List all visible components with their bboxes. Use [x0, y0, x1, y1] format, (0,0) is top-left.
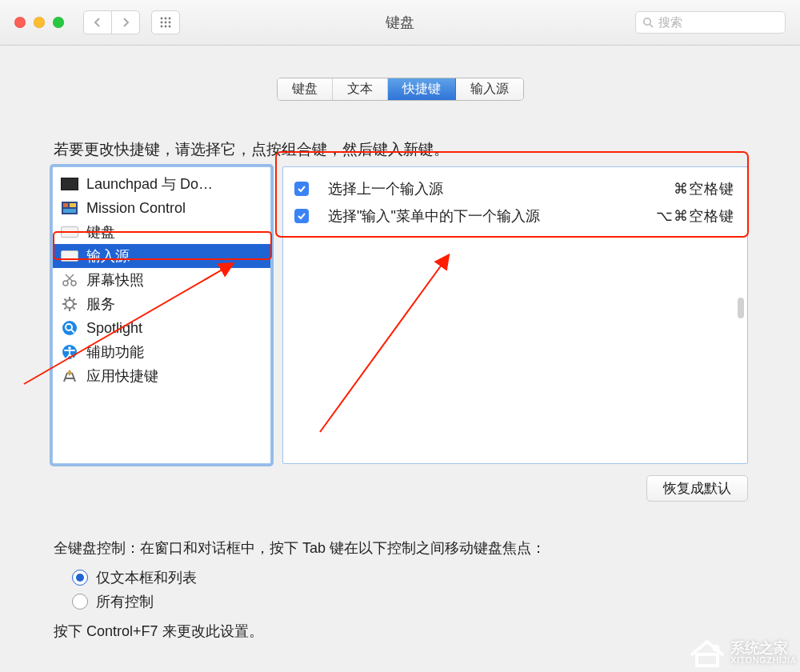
- watermark: 系统之家 XITONGZHIJIA: [689, 637, 797, 669]
- category-label: 键盘: [86, 222, 115, 242]
- watermark-line1: 系统之家: [730, 641, 797, 655]
- svg-point-8: [169, 26, 171, 28]
- category-services[interactable]: 服务: [53, 292, 270, 316]
- svg-rect-40: [697, 654, 718, 666]
- svg-point-3: [161, 22, 163, 24]
- category-list: Launchpad 与 Do… Mission Control 键盘 输入源: [53, 167, 270, 388]
- category-label: Spotlight: [86, 320, 142, 337]
- svg-point-0: [161, 18, 163, 20]
- svg-rect-14: [63, 209, 76, 213]
- radio-label: 所有控制: [96, 592, 154, 611]
- category-keyboard[interactable]: 键盘: [53, 220, 270, 244]
- back-button[interactable]: [83, 10, 112, 34]
- svg-line-34: [72, 373, 75, 382]
- gear-icon: [61, 297, 78, 311]
- category-screenshots[interactable]: 屏幕快照: [53, 268, 270, 292]
- tab-keyboard[interactable]: 键盘: [278, 78, 333, 100]
- tab-bar: 键盘 文本 快捷键 输入源: [0, 78, 800, 101]
- category-input-sources[interactable]: 输入源: [53, 244, 270, 268]
- category-label: 屏幕快照: [86, 270, 144, 290]
- svg-rect-12: [63, 203, 68, 207]
- shortcut-keys: ⌘空格键: [674, 179, 734, 198]
- svg-point-2: [169, 18, 171, 20]
- zoom-icon[interactable]: [53, 17, 64, 28]
- category-accessibility[interactable]: 辅助功能: [53, 340, 270, 364]
- shortcut-list: 选择上一个输入源 ⌘空格键 选择"输入"菜单中的下一个输入源 ⌥⌘空格键: [283, 167, 747, 230]
- category-label: 辅助功能: [86, 342, 144, 362]
- svg-point-7: [165, 26, 167, 28]
- shortcut-row[interactable]: 选择上一个输入源 ⌘空格键: [294, 175, 734, 202]
- category-spotlight[interactable]: Spotlight: [53, 316, 270, 340]
- app-icon: [61, 369, 78, 383]
- accessibility-icon: [61, 345, 78, 359]
- category-label: Launchpad 与 Do…: [86, 174, 213, 194]
- category-app-shortcuts[interactable]: 应用快捷键: [53, 364, 270, 388]
- svg-point-5: [169, 22, 171, 24]
- category-label: 应用快捷键: [86, 366, 158, 386]
- svg-line-25: [73, 307, 74, 309]
- show-all-button[interactable]: [151, 10, 180, 34]
- checkbox-checked-icon[interactable]: [294, 209, 309, 223]
- minimize-icon[interactable]: [34, 17, 45, 28]
- forward-button[interactable]: [111, 10, 140, 34]
- category-label: 服务: [86, 294, 115, 314]
- svg-point-19: [66, 300, 74, 308]
- svg-rect-13: [70, 203, 76, 207]
- search-icon: [642, 17, 654, 28]
- shortcut-pane: 选择上一个输入源 ⌘空格键 选择"输入"菜单中的下一个输入源 ⌥⌘空格键: [282, 166, 748, 464]
- scissors-icon: [61, 273, 78, 287]
- mission-control-icon: [61, 201, 78, 215]
- category-launchpad[interactable]: Launchpad 与 Do…: [53, 172, 270, 196]
- svg-point-32: [68, 346, 71, 350]
- tab-text[interactable]: 文本: [333, 78, 388, 100]
- traffic-lights: [14, 17, 64, 28]
- tab-shortcuts[interactable]: 快捷键: [388, 78, 456, 100]
- shortcut-label: 选择上一个输入源: [328, 179, 443, 198]
- keyboard-icon: [61, 225, 78, 239]
- shortcut-row[interactable]: 选择"输入"菜单中的下一个输入源 ⌥⌘空格键: [294, 202, 734, 230]
- search-input[interactable]: 搜索: [635, 11, 786, 34]
- full-keyboard-access-heading: 全键盘控制：在窗口和对话框中，按下 Tab 键在以下控制之间移动键盘焦点：: [54, 538, 800, 558]
- restore-defaults-button[interactable]: 恢复成默认: [646, 475, 748, 502]
- shortcut-label: 选择"输入"菜单中的下一个输入源: [328, 206, 540, 226]
- radio-all-controls[interactable]: 所有控制: [72, 590, 800, 614]
- tab-input-sources[interactable]: 输入源: [456, 78, 523, 100]
- house-icon: [689, 637, 726, 669]
- svg-line-24: [65, 299, 66, 301]
- category-label: Mission Control: [86, 200, 186, 217]
- titlebar: 键盘 搜索: [0, 0, 800, 46]
- scrollbar[interactable]: [738, 226, 746, 404]
- radio-unchecked-icon: [72, 594, 88, 610]
- radio-checked-icon: [72, 570, 88, 586]
- svg-point-4: [165, 22, 167, 24]
- svg-line-27: [65, 307, 66, 309]
- keyboard-icon: [61, 249, 78, 263]
- category-mission-control[interactable]: Mission Control: [53, 196, 270, 220]
- radio-label: 仅文本框和列表: [96, 568, 197, 587]
- svg-point-28: [62, 321, 77, 335]
- category-pane: Launchpad 与 Do… Mission Control 键盘 输入源: [52, 166, 271, 464]
- svg-point-6: [161, 26, 163, 28]
- close-icon[interactable]: [14, 17, 26, 28]
- search-placeholder: 搜索: [658, 15, 682, 30]
- shortcut-keys: ⌥⌘空格键: [656, 206, 734, 226]
- full-keyboard-access-hint: 按下 Control+F7 来更改此设置。: [54, 622, 800, 641]
- radio-text-lists[interactable]: 仅文本框和列表: [72, 566, 800, 590]
- checkbox-checked-icon[interactable]: [294, 182, 309, 196]
- svg-line-33: [64, 373, 67, 382]
- full-keyboard-access-options: 仅文本框和列表 所有控制: [72, 566, 800, 614]
- spotlight-icon: [61, 321, 78, 335]
- watermark-line2: XITONGZHIJIA: [730, 655, 797, 665]
- svg-line-26: [73, 299, 74, 301]
- nav-buttons: [83, 10, 140, 34]
- svg-line-10: [650, 25, 654, 28]
- svg-point-1: [165, 18, 167, 20]
- instruction-text: 若要更改快捷键，请选择它，点按组合键，然后键入新键。: [54, 139, 800, 160]
- preferences-window: 键盘 搜索 键盘 文本 快捷键 输入源 若要更改快捷键，请选择它，点按组合键，然…: [0, 0, 800, 672]
- svg-point-9: [644, 18, 650, 25]
- category-label: 输入源: [86, 246, 130, 266]
- launchpad-icon: [61, 177, 78, 191]
